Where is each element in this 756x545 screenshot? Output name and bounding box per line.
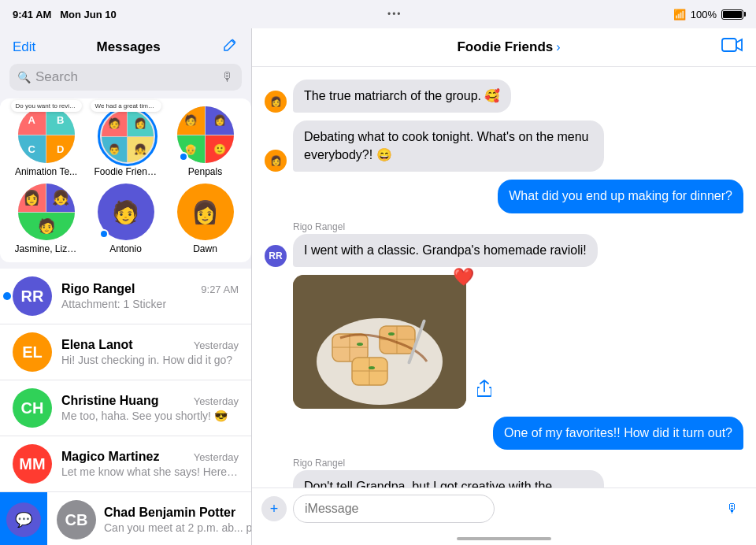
mic-icon[interactable]: 🎙 <box>221 70 234 84</box>
chat-header: Foodie Friends › <box>252 28 756 67</box>
conversation-christine-huang[interactable]: CH Christine Huang Yesterday Me too, hah… <box>0 380 251 436</box>
share-button[interactable] <box>477 380 491 401</box>
msg2-avatar: 👩 <box>265 150 287 172</box>
battery-percent: 100% <box>691 9 717 20</box>
foodie-friends-group-avatar: 🧑 👩 👨 👧 <box>102 110 154 162</box>
jasmine-liz-rigo-group-avatar: 👩 👧 🧑 <box>18 184 75 240</box>
pinned-foodie-friends[interactable]: We had a great time. Home with... 🧑 👩 👨 … <box>91 106 161 177</box>
penpals-unread-badge <box>179 152 188 161</box>
msg3-bubble: What did you end up making for dinner? <box>498 180 743 213</box>
magico-content: Magico Martinez Yesterday Let me know wh… <box>61 450 239 478</box>
msg4-sender-label: Rigo Rangel <box>293 221 743 232</box>
animation-team-group-avatar: A B C D <box>18 106 75 163</box>
magico-avatar: MM <box>13 444 52 484</box>
penpals-avatar-wrap: 🧑 👩 👴 🙂 <box>177 106 234 163</box>
search-icon: 🔍 <box>17 71 31 83</box>
search-input[interactable]: Search <box>35 69 217 85</box>
msg1-avatar: 👩 <box>265 91 287 113</box>
msg4-bubble: I went with a classic. Grandpa's homemad… <box>293 234 598 267</box>
christine-content: Christine Huang Yesterday Me too, haha. … <box>61 394 239 422</box>
svg-rect-0 <box>722 39 736 51</box>
conversation-elena-lanot[interactable]: EL Elena Lanot Yesterday Hi! Just checki… <box>0 324 251 380</box>
dawn-label: Dawn <box>193 243 217 254</box>
rigo-preview: Attachment: 1 Sticker <box>61 298 239 310</box>
message-row-5: ❤️ <box>265 275 743 409</box>
input-wrap: 🎙 <box>293 495 747 523</box>
msg4-avatar: RR <box>265 245 287 267</box>
conversation-magico-martinez[interactable]: MM Magico Martinez Yesterday Let me know… <box>0 436 251 492</box>
magico-time: Yesterday <box>194 451 239 463</box>
foodie-friends-preview: We had a great time. Home with... <box>91 100 161 112</box>
pinned-section: Do you want to review all the rend... A … <box>0 98 251 262</box>
pinned-animation-team[interactable]: Do you want to review all the rend... A … <box>11 106 82 177</box>
compose-button[interactable] <box>221 36 239 57</box>
pinned-row-top: Do you want to review all the rend... A … <box>6 106 245 177</box>
battery-icon <box>721 9 743 20</box>
status-right: 📶 100% <box>673 9 743 20</box>
messages-area: 👩 The true matriarch of the group. 🥰 👩 D… <box>252 67 756 488</box>
add-attachment-button[interactable]: + <box>261 496 287 521</box>
msg6-bubble: One of my favorites!! How did it turn ou… <box>493 417 743 450</box>
message-row-3: What did you end up making for dinner? <box>265 180 743 213</box>
foodie-friends-label: Foodie Friends <box>94 166 158 177</box>
rigo-name: Rigo Rangel <box>61 282 135 296</box>
messages-title: Messages <box>97 39 161 55</box>
message-list: RR Rigo Rangel 9:27 AM Attachment: 1 Sti… <box>0 269 251 545</box>
penpals-label: Penpals <box>188 166 222 177</box>
chad-content-wrap: CB Chad Benjamin Potter Can you meet at … <box>47 492 251 545</box>
pinned-row-bottom: 👩 👧 🧑 Jasmine, Liz & Rigo 🧑 Antonio <box>6 177 245 254</box>
wifi-icon: 📶 <box>673 9 686 20</box>
pinned-penpals[interactable]: 🧑 👩 👴 🙂 Penpals <box>170 106 241 177</box>
chat-title-wrap[interactable]: Foodie Friends › <box>457 39 560 55</box>
left-panel: Edit Messages 🔍 Search 🎙 Do you w <box>0 28 252 545</box>
chad-icon: 💬 <box>6 502 41 537</box>
conversation-rigo-rangel[interactable]: RR Rigo Rangel 9:27 AM Attachment: 1 Sti… <box>0 269 251 324</box>
svg-point-15 <box>369 366 375 369</box>
animation-team-avatar-wrap: Do you want to review all the rend... A … <box>18 106 75 163</box>
christine-name: Christine Huang <box>61 394 159 408</box>
elena-preview: Hi! Just checking in. How did it go? <box>61 354 239 366</box>
foodie-friends-avatar-wrap: We had a great time. Home with... 🧑 👩 👨 … <box>98 106 154 163</box>
left-header: Edit Messages <box>0 28 251 64</box>
pinned-jasmine-liz-rigo[interactable]: 👩 👧 🧑 Jasmine, Liz & Rigo <box>11 184 82 254</box>
pinned-antonio[interactable]: 🧑 Antonio <box>91 184 161 254</box>
message-row-4: RR I went with a classic. Grandpa's home… <box>265 234 743 267</box>
chad-name: Chad Benjamin Potter <box>104 506 235 520</box>
rigo-content: Rigo Rangel 9:27 AM Attachment: 1 Sticke… <box>61 282 239 310</box>
elena-time: Yesterday <box>194 339 239 351</box>
rigo-time: 9:27 AM <box>201 284 239 295</box>
elena-avatar: EL <box>13 332 52 372</box>
msg2-bubble: Debating what to cook tonight. What's on… <box>293 120 604 172</box>
magico-name: Magico Martinez <box>61 450 159 464</box>
animation-team-preview: Do you want to review all the rend... <box>11 100 82 112</box>
antonio-unread-badge <box>99 229 109 239</box>
christine-avatar: CH <box>13 388 52 428</box>
svg-point-13 <box>357 343 363 346</box>
conversation-chad-benjamin-potter[interactable]: 💬 CB Chad Benjamin Potter Can you meet a… <box>0 492 251 545</box>
animation-team-label: Animation Te... <box>15 166 77 177</box>
app-container: Edit Messages 🔍 Search 🎙 Do you w <box>0 28 756 545</box>
jasmine-liz-rigo-avatar: 👩 👧 🧑 <box>18 184 75 240</box>
heart-reaction: ❤️ <box>453 267 474 287</box>
edit-button[interactable]: Edit <box>13 39 35 55</box>
christine-preview: Me too, haha. See you shortly! 😎 <box>61 410 239 422</box>
message-row-6: One of my favorites!! How did it turn ou… <box>265 417 743 450</box>
home-indicator <box>457 537 551 540</box>
pinned-dawn[interactable]: 👩 Dawn <box>170 184 241 254</box>
search-bar[interactable]: 🔍 Search 🎙 <box>9 64 242 91</box>
message-group-4: Rigo Rangel RR I went with a classic. Gr… <box>265 221 743 267</box>
jasmine-liz-rigo-label: Jasmine, Liz & Rigo <box>15 243 78 254</box>
antonio-label: Antonio <box>109 243 142 254</box>
dawn-avatar: 👩 <box>177 184 234 240</box>
message-input[interactable] <box>293 495 495 523</box>
input-mic-icon[interactable]: 🎙 <box>726 502 739 516</box>
message-row-1: 👩 The true matriarch of the group. 🥰 <box>265 80 743 113</box>
input-bar: + 🎙 <box>252 488 756 529</box>
video-call-button[interactable] <box>721 36 743 58</box>
elena-content: Elena Lanot Yesterday Hi! Just checking … <box>61 338 239 366</box>
foodie-friends-ring: 🧑 👩 👨 👧 <box>98 106 158 166</box>
home-indicator-bar <box>252 529 756 545</box>
status-bar: 9:41 AM Mon Jun 10 ••• 📶 100% <box>0 0 756 28</box>
christine-time: Yesterday <box>194 395 239 407</box>
chad-content: Chad Benjamin Potter Can you meet at 2 p… <box>104 506 251 534</box>
